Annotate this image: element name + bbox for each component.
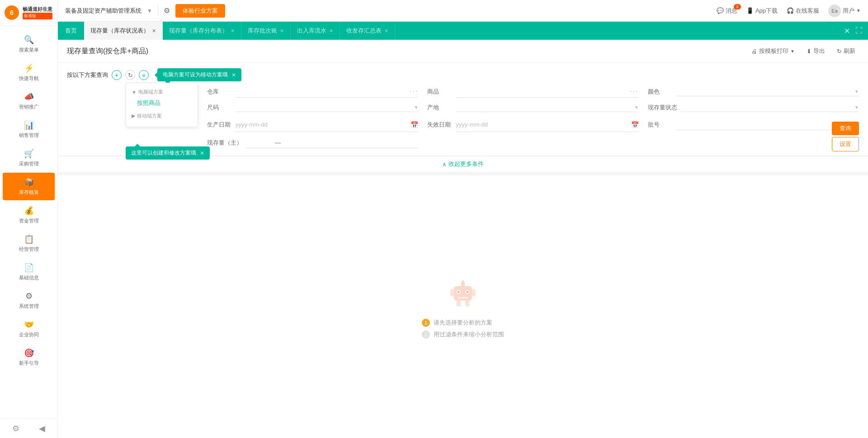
empty-state: 1 请先选择要分析的方案 2 用过滤条件来缩小分析范围 <box>58 175 868 438</box>
desktop-arrow-icon: ▼ <box>132 89 137 95</box>
export-icon: ⬇ <box>807 48 811 55</box>
tab-close-batch-account[interactable]: ✕ <box>280 28 284 34</box>
goods-dots[interactable]: ··· <box>630 87 638 95</box>
sidebar-item-quick-nav[interactable]: ⚡ 快捷导航 <box>3 59 55 86</box>
empty-step-1: 1 请先选择要分析的方案 <box>422 319 504 327</box>
empty-illustration <box>445 275 481 311</box>
dropdown-arrow[interactable]: ▼ <box>147 8 152 14</box>
svg-rect-9 <box>472 289 476 296</box>
avatar: Ea <box>828 5 841 17</box>
expire-date-input[interactable] <box>456 119 629 130</box>
search-menu-icon: 🔍 <box>24 35 34 45</box>
empty-step-2: 2 用过滤条件来缩小分析范围 <box>422 330 504 339</box>
set-button[interactable]: 设置 <box>832 137 859 151</box>
scheme-group-desktop-title[interactable]: ▼ 电脑端方案 <box>132 89 192 95</box>
query-button[interactable]: 查询 <box>832 122 859 135</box>
size-select[interactable]: ▼ <box>236 103 418 112</box>
sidebar-item-marketing[interactable]: 📣 营销推广 <box>3 87 55 115</box>
scheme-item-default[interactable]: 按照商品 <box>132 97 192 109</box>
filter-left-btn[interactable]: « <box>139 70 149 80</box>
stock-qty-min-input[interactable] <box>246 139 273 146</box>
app-download-btn[interactable]: 📱 App下载 <box>746 7 778 15</box>
svg-rect-8 <box>450 289 454 296</box>
step-num-2: 2 <box>422 330 430 339</box>
goods-select[interactable]: ··· <box>456 85 638 98</box>
system-icon: ⚙ <box>25 291 33 301</box>
support-btn[interactable]: 🎧 在线客服 <box>787 7 819 15</box>
color-select[interactable]: ▼ <box>676 87 859 96</box>
content-area: 现存量查询(按仓库+商品) 🖨 按模板打印 ▼ ⬇ 导出 ↻ 刷新 <box>58 40 868 438</box>
marketing-icon: 📣 <box>24 92 34 102</box>
size-arrow-icon: ▼ <box>414 105 418 110</box>
settings-icon[interactable]: ⚙ <box>164 6 170 15</box>
tab-bar: 首页 现存量（库存状况表） ✕ 现存量（库存分布表） ✕ 库存批次账 ✕ 出入库… <box>58 22 868 40</box>
sidebar-settings-btn[interactable]: ⚙ <box>12 424 19 433</box>
sidebar-collapse-btn[interactable]: ◀ <box>39 424 45 433</box>
basic-icon: 📄 <box>24 263 34 273</box>
tab-close-all-btn[interactable]: ✕ <box>842 27 852 35</box>
headset-icon: 🎧 <box>787 7 794 14</box>
range-dash: — <box>275 139 281 146</box>
produce-date-input[interactable] <box>236 119 409 130</box>
svg-point-7 <box>462 280 464 283</box>
edit-tooltip-close[interactable]: ✕ <box>200 150 204 156</box>
scheme-tooltip-close[interactable]: ✕ <box>231 72 236 78</box>
warehouse-dots[interactable]: ··· <box>410 87 418 95</box>
scheme-group-mobile-title[interactable]: ▶ 移动端方案 <box>132 113 192 119</box>
print-template-btn[interactable]: 🖨 按模板打印 ▼ <box>748 45 798 57</box>
tab-close-inventory-status[interactable]: ✕ <box>152 28 156 34</box>
tab-inventory-status[interactable]: 现存量（库存状况表） ✕ <box>84 22 163 40</box>
filter-add-btn[interactable]: + <box>112 70 122 80</box>
tab-close-inventory-dist[interactable]: ✕ <box>231 28 235 34</box>
tab-bar-end: ✕ ⛶ <box>842 27 868 35</box>
user-dropdown-icon: ▼ <box>856 8 861 13</box>
filter-row-3: 生产日期 📅 失效日期 📅 批号 <box>207 118 859 132</box>
tab-batch-account[interactable]: 库存批次账 ✕ <box>241 22 291 40</box>
sidebar-item-system[interactable]: ⚙ 系统管理 <box>3 287 55 314</box>
expire-date-calendar-icon[interactable]: 📅 <box>631 121 639 128</box>
tab-expand-btn[interactable]: ⛶ <box>854 27 864 35</box>
message-btn[interactable]: 💬 消息 6 <box>717 7 737 15</box>
svg-rect-0 <box>454 286 472 301</box>
sidebar-item-search-menu[interactable]: 🔍 搜索菜单 <box>3 30 55 58</box>
edit-scheme-tooltip: 这里可以创建和修改方案哦 ✕ <box>126 146 210 160</box>
tab-collect-summary[interactable]: 收发存汇总表 ✕ <box>340 22 395 40</box>
sidebar-item-guide[interactable]: 🎯 新手引导 <box>3 344 55 371</box>
svg-rect-5 <box>458 297 468 298</box>
filter-color: 颜色 ▼ <box>648 85 859 98</box>
page-header: 现存量查询(按仓库+商品) 🖨 按模板打印 ▼ ⬇ 导出 ↻ 刷新 <box>58 40 868 63</box>
quick-nav-icon: ⚡ <box>24 63 34 73</box>
produce-date-calendar-icon[interactable]: 📅 <box>410 121 418 128</box>
sidebar: 6 畅通道好生意 标准版 🔍 搜索菜单 ⚡ 快捷导航 📣 营销推广 📊 销售管理… <box>0 0 58 438</box>
user-area[interactable]: Ea 用户 ▼ <box>828 5 861 17</box>
expire-date-input-wrap: 📅 <box>456 118 638 132</box>
tab-in-out-flow[interactable]: 出入库流水 ✕ <box>291 22 340 40</box>
scheme-tooltip: 电脑方案可设为移动方案哦 ✕ <box>157 68 241 81</box>
fixed-action-buttons: 查询 设置 <box>832 122 859 151</box>
collapse-label: 收起更多条件 <box>448 160 484 168</box>
stock-status-select[interactable]: ▼ <box>681 103 859 112</box>
sidebar-item-sales[interactable]: 📊 销售管理 <box>3 116 55 143</box>
tab-close-in-out-flow[interactable]: ✕ <box>329 28 333 34</box>
tab-inventory-dist[interactable]: 现存量（库存分布表） ✕ <box>163 22 241 40</box>
filter-batch-no: 批号 <box>648 118 859 132</box>
stock-qty-max-input[interactable] <box>283 139 310 146</box>
sidebar-item-enterprise[interactable]: 🤝 企业协同 <box>3 315 55 343</box>
sidebar-item-basic[interactable]: 📄 基础信息 <box>3 258 55 286</box>
sidebar-item-purchase[interactable]: 🛒 采购管理 <box>3 144 55 172</box>
filter-panel: 按以下方案查询 + ↻ « 电脑方案可设为移动方案哦 ✕ ▼ 电脑端方案 <box>58 63 868 156</box>
tab-home[interactable]: 首页 <box>58 22 84 40</box>
sidebar-item-management[interactable]: 📋 经营管理 <box>3 230 55 257</box>
tab-close-collect-summary[interactable]: ✕ <box>384 28 388 34</box>
sidebar-item-finance[interactable]: 💰 资金管理 <box>3 201 55 229</box>
refresh-btn[interactable]: ↻ 刷新 <box>833 45 859 57</box>
filter-fields: 仓库 ··· 商品 ··· 颜色 <box>207 85 859 148</box>
color-arrow-icon: ▼ <box>854 89 859 94</box>
warehouse-select[interactable]: ··· <box>236 85 418 98</box>
experience-button[interactable]: 体验行业方案 <box>175 4 225 18</box>
top-header: 装备及固定资产辅助管理系统 ▼ ⚙ 体验行业方案 💬 消息 6 📱 App下载 … <box>58 0 868 22</box>
sidebar-item-inventory[interactable]: 📦 库存核算 <box>3 173 55 200</box>
filter-refresh-btn[interactable]: ↻ <box>125 70 135 80</box>
origin-select[interactable]: ▼ <box>456 103 638 112</box>
export-btn[interactable]: ⬇ 导出 <box>803 45 829 57</box>
